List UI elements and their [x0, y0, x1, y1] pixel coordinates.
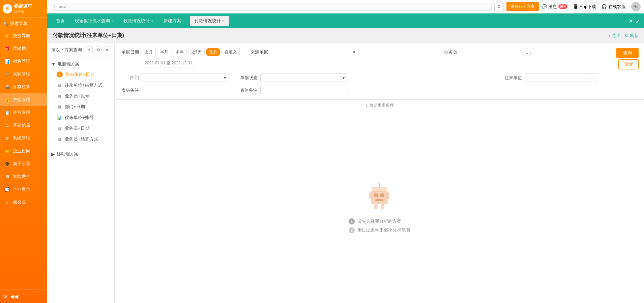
search-menu[interactable]: 🔍 搜索菜单	[0, 18, 47, 29]
sidebar-item-label: 系统管理	[13, 135, 30, 141]
scheme-settings-btn[interactable]: ⚙	[95, 47, 101, 53]
sidebar-item-purchase[interactable]: 🛒 采购管理	[0, 68, 47, 81]
collapse-scheme-btn[interactable]: «	[104, 47, 110, 53]
refresh-btn[interactable]: ↻ 刷新	[625, 33, 639, 39]
dept-select[interactable]: ▾	[142, 73, 229, 82]
tab-bank-flow[interactable]: 现金银行流水查询 ×	[70, 16, 118, 26]
date-7days-btn[interactable]: 近7天	[188, 48, 205, 56]
sidebar-item-hardware[interactable]: 🖥 智能硬件	[0, 170, 47, 183]
search-label: 搜索菜单	[10, 21, 28, 27]
scheme-partner-settlement[interactable]: ▦ 往来单位+结算方式	[47, 80, 114, 91]
sidebar-logo: 6 畅捷通巧 标准版	[0, 0, 47, 18]
sidebar-nav: ⚡ 快捷导航 🎁 营销推广 📊 销售管理 🛒 采购管理 📦 库存核算 💰 资金管…	[0, 29, 47, 290]
tab-receipt-close[interactable]: ×	[151, 19, 153, 23]
date-range-input[interactable]: 2022-01-01 至 2022-12-31	[142, 59, 195, 67]
logo-title: 畅捷通巧	[14, 3, 32, 9]
tab-bank-flow-close[interactable]: ×	[111, 19, 113, 23]
source-select[interactable]: ▾	[271, 48, 358, 56]
message-icon: 💬	[541, 4, 547, 9]
sidebar-collapse-btn[interactable]: ◀◀	[10, 293, 18, 300]
online-service-btn[interactable]: 🎧 在线客服	[602, 4, 626, 10]
topbar-settings-btn[interactable]: ⚙	[494, 2, 504, 11]
date-last-month-btn[interactable]: 上月	[142, 48, 156, 56]
sidebar-item-inventory[interactable]: 📦 库存核算	[0, 81, 47, 93]
phone-icon: 📱	[573, 4, 578, 9]
scheme-salesperson-settlement[interactable]: ▦ 业务员+结算方式	[47, 134, 114, 145]
notifications-btn[interactable]: 💬 消息 99+	[541, 4, 567, 10]
desktop-section-title[interactable]: ▼ 电脑端方案	[47, 59, 114, 69]
sidebar-item-quick-nav[interactable]: ⚡ 快捷导航	[0, 29, 47, 42]
operation-icon: 📋	[4, 110, 10, 116]
address-bar[interactable]: https://...	[51, 3, 492, 11]
empty-tip-2: 2 用过滤条件来缩小分析范围	[349, 227, 410, 233]
headset-icon: 🎧	[602, 4, 607, 9]
svg-rect-0	[371, 191, 388, 204]
date-custom-btn[interactable]: 自定义	[222, 48, 240, 56]
tab-receipt-stats[interactable]: 收款情况统计 ×	[119, 16, 158, 26]
close-tab-btn[interactable]: ✕	[628, 18, 633, 24]
scheme-panel-title: 按以下方案查询	[51, 47, 84, 53]
filter-settings-btn[interactable]: 设置	[618, 59, 639, 69]
sidebar-item-marketing[interactable]: 🎁 营销推广	[0, 42, 47, 55]
scheme-dept-date[interactable]: ▦ 部门+日期	[47, 101, 114, 112]
body-note-input[interactable]	[260, 86, 348, 94]
user-avatar[interactable]: Rit	[631, 2, 641, 11]
sidebar-item-guide[interactable]: 🎓 新手引导	[0, 157, 47, 170]
sidebar: 6 畅捷通巧 标准版 🔍 搜索菜单 ⚡ 快捷导航 🎁 营销推广 📊 销售管理 🛒…	[0, 0, 47, 303]
svg-rect-7	[381, 204, 384, 209]
svg-rect-8	[372, 187, 387, 192]
refresh-icon: ↻	[625, 33, 628, 38]
scheme-partner-date[interactable]: ● 往来单位+日期	[47, 69, 114, 80]
try-industry-btn[interactable]: 体验行业方案	[506, 2, 539, 11]
sidebar-item-capital[interactable]: 💰 资金管理	[0, 93, 47, 106]
collapse-label: 收起更多条件	[370, 102, 394, 108]
sidebar-item-label: 经营管理	[13, 110, 30, 116]
tab-home-label: 首页	[56, 18, 65, 24]
scheme-salesperson-date[interactable]: ▦ 业务员+日期	[47, 123, 114, 134]
scheme-partner-account[interactable]: 📊 往来单位+账号	[47, 112, 114, 123]
mobile-section-title[interactable]: ▶ 移动端方案	[47, 149, 114, 159]
export-btn[interactable]: ↑ 导出	[609, 33, 621, 39]
maximize-btn[interactable]: ⤢	[636, 18, 640, 24]
sidebar-settings-btn[interactable]: ⚙	[3, 293, 7, 300]
scheme-salesperson-account[interactable]: ▦ 业务员+账号	[47, 91, 114, 101]
scheme-icon: ▦	[57, 126, 62, 131]
collapse-more-btn[interactable]: ∧ 收起更多条件	[115, 99, 644, 111]
tab-home[interactable]: 首页	[51, 16, 69, 26]
sidebar-item-label: 智能硬件	[13, 174, 30, 180]
right-panel: 单据日期 上月 本月 本年 近7天 更多 自定义	[115, 43, 644, 303]
sidebar-item-member[interactable]: ✓ 畅会员	[0, 196, 47, 209]
sidebar-item-label: 快捷导航	[13, 33, 30, 39]
tab-receipt-stats-label: 收款情况统计	[123, 18, 150, 24]
tip2-num: 2	[349, 227, 355, 233]
query-btn[interactable]: 查询	[616, 48, 639, 58]
sidebar-item-system[interactable]: ⚙ 系统管理	[0, 132, 47, 145]
voucher-status-select[interactable]: ▾	[260, 73, 348, 82]
sidebar-item-sales[interactable]: 📊 销售管理	[0, 55, 47, 68]
tab-new-plan-close[interactable]: ×	[182, 19, 184, 23]
sidebar-item-enterprise[interactable]: 🤝 企业协同	[0, 145, 47, 157]
page-header: 付款情况统计(往来单位+日期) ↑ 导出 ↻ 刷新	[47, 28, 644, 43]
refresh-label: 刷新	[630, 33, 639, 39]
ellipsis-icon2: …	[591, 75, 595, 80]
tab-payment-stats[interactable]: 付款情况统计 ×	[190, 16, 229, 26]
salesperson-input[interactable]: …	[460, 48, 534, 56]
export-icon: ↑	[609, 33, 611, 38]
date-more-btn[interactable]: 更多	[206, 48, 220, 56]
date-this-year-btn[interactable]: 本年	[173, 48, 187, 56]
sidebar-item-label: 采购管理	[13, 71, 30, 77]
sidebar-item-operation[interactable]: 📋 经营管理	[0, 106, 47, 119]
hardware-icon: 🖥	[4, 174, 10, 180]
tab-new-plan[interactable]: 新建方案 ×	[159, 16, 189, 26]
header-note-input[interactable]	[142, 86, 229, 94]
add-scheme-btn[interactable]: +	[86, 47, 93, 53]
app-download-btn[interactable]: 📱 App下载	[573, 4, 596, 10]
tab-payment-close[interactable]: ×	[222, 19, 224, 23]
sidebar-item-weixin[interactable]: 💬 企业微信	[0, 183, 47, 196]
partner-input[interactable]: …	[524, 73, 598, 82]
svg-rect-1	[374, 193, 378, 197]
scheme-salesperson-account-label: 业务员+账号	[65, 93, 89, 99]
sidebar-item-basic-info[interactable]: 🗂 基础信息	[0, 119, 47, 132]
date-this-month-btn[interactable]: 本月	[157, 48, 171, 56]
scheme-panel: 按以下方案查询 + ⚙ « ▼ 电脑端方案 ● 往来单位+日期 ▦	[47, 43, 115, 303]
